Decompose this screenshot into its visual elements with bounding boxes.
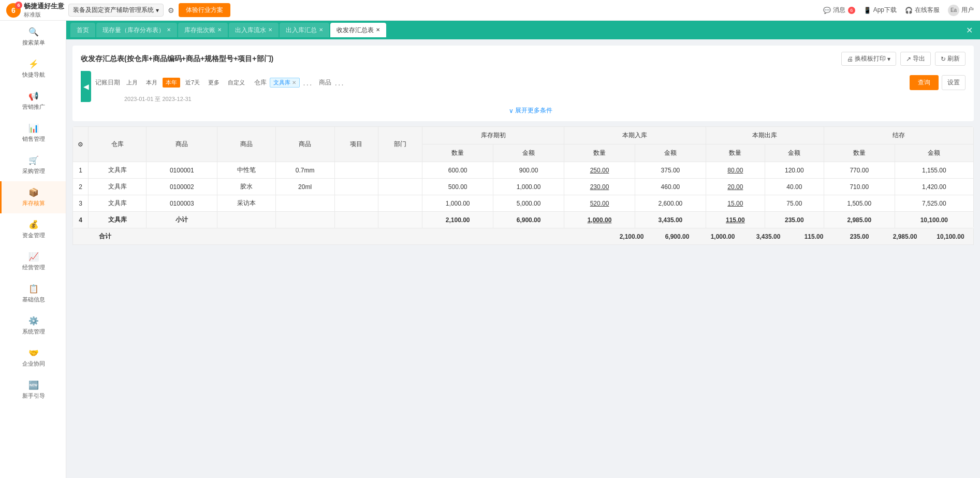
- app-download-btn[interactable]: 📱 App下载: [864, 6, 897, 15]
- row-in-qty[interactable]: 230.00: [564, 179, 635, 195]
- layout: 🔍 搜索菜单 ⚡ 快捷导航 📢 营销推广 📊 销售管理 🛒 采购管理 📦 库存核…: [0, 21, 980, 478]
- row-out-amt: 40.00: [765, 179, 824, 195]
- sidebar-item-enterprise[interactable]: 🤝 企业协同: [0, 342, 66, 374]
- sidebar-item-sales[interactable]: 📊 销售管理: [0, 117, 66, 149]
- query-button[interactable]: 查询: [910, 75, 939, 90]
- row-out-qty[interactable]: 80.00: [706, 162, 765, 179]
- date-range-text: 2023-01-01 至 2023-12-31: [124, 96, 192, 102]
- row-out-qty[interactable]: 20.00: [706, 179, 765, 195]
- close-all-icon[interactable]: ✕: [963, 25, 976, 36]
- date-filter-section: 记账日期 上月 本月 本年 近7天 更多 自定义: [95, 78, 248, 88]
- row-code: 0100003: [147, 195, 217, 212]
- online-service-btn[interactable]: 🎧 在线客服: [905, 6, 940, 15]
- sidebar-item-finance[interactable]: 💰 资金管理: [0, 213, 66, 245]
- sidebar-item-search[interactable]: 🔍 搜索菜单: [0, 21, 66, 53]
- warehouse-tag[interactable]: 文具库 ✕: [270, 78, 300, 88]
- row-no: 1: [73, 162, 89, 179]
- print-button[interactable]: 🖨 换模板打印 ▾: [841, 52, 896, 66]
- close-icon[interactable]: ✕: [268, 27, 272, 33]
- row-project: [334, 195, 378, 212]
- tab-receive-dispatch[interactable]: 收发存汇总表 ✕: [330, 23, 386, 37]
- close-icon[interactable]: ✕: [217, 27, 222, 33]
- total-cl-amt: 10,100.00: [928, 233, 973, 240]
- tab-bar: 首页 现存量（库存分布表） ✕ 库存批次账 ✕ 出入库流水 ✕ 出入库汇总 ✕ …: [66, 21, 980, 39]
- gear-icon[interactable]: ⚙: [168, 6, 174, 15]
- th-project: 项目: [334, 127, 378, 162]
- collapse-button[interactable]: ◀: [81, 71, 91, 102]
- row-in-qty[interactable]: 250.00: [564, 162, 635, 179]
- expand-more-conditions[interactable]: ∨ 展开更多条件: [509, 106, 552, 115]
- avatar: Ea: [948, 5, 959, 16]
- th-settings[interactable]: ⚙: [73, 127, 89, 162]
- close-icon[interactable]: ✕: [376, 27, 380, 33]
- row-cl-qty: 710.00: [824, 179, 895, 195]
- sidebar-item-label: 经营管理: [22, 264, 45, 271]
- sidebar-item-inventory[interactable]: 📦 库存核算: [0, 181, 66, 213]
- date-btn-more[interactable]: 更多: [205, 78, 223, 88]
- filter-area: ◀ 记账日期 上月 本月 本年 近7天 更多: [81, 71, 966, 115]
- app-name-tag: 标准版: [24, 11, 64, 19]
- filter-settings-button[interactable]: 设置: [942, 75, 966, 90]
- tab-flow[interactable]: 出入库流水 ✕: [229, 23, 279, 37]
- lightning-icon: ⚡: [28, 59, 39, 69]
- date-btn-last-month[interactable]: 上月: [123, 78, 141, 88]
- date-btn-this-year[interactable]: 本年: [163, 78, 180, 88]
- app-download-label: App下载: [873, 6, 897, 15]
- sidebar-item-marketing[interactable]: 📢 营销推广: [0, 85, 66, 117]
- th-in-qty: 数量: [564, 144, 635, 162]
- sidebar-item-guide[interactable]: 🆕 新手引导: [0, 374, 66, 406]
- date-btn-custom[interactable]: 自定义: [225, 78, 248, 88]
- gear2-icon: ⚙️: [28, 316, 39, 326]
- page-title: 收发存汇总表(按仓库+商品编码+商品+规格型号+项目+部门): [81, 54, 273, 64]
- subtotal-empty4: [378, 212, 422, 228]
- th-in-amt: 金额: [635, 144, 706, 162]
- row-out-qty[interactable]: 15.00: [706, 195, 765, 212]
- total-label: 合计: [90, 232, 121, 241]
- date-btn-7days[interactable]: 近7天: [182, 78, 203, 88]
- sidebar-item-label: 快捷导航: [22, 71, 45, 79]
- th-op-qty: 数量: [422, 144, 493, 162]
- remove-warehouse-icon[interactable]: ✕: [292, 80, 296, 85]
- sidebar-item-system[interactable]: ⚙️ 系统管理: [0, 310, 66, 342]
- close-icon[interactable]: ✕: [319, 27, 323, 33]
- export-button[interactable]: ↗ 导出: [900, 52, 931, 66]
- date-btn-this-month[interactable]: 本月: [143, 78, 160, 88]
- row-name: 中性笔: [217, 162, 275, 179]
- subtotal-in-qty[interactable]: 1,000.00: [564, 212, 635, 228]
- row-op-qty: 600.00: [422, 162, 493, 179]
- filter-main: 记账日期 上月 本月 本年 近7天 更多 自定义: [95, 71, 966, 115]
- table-row: 3 文具库 0100003 采访本 1,000.00 5,000.00 520.…: [73, 195, 974, 212]
- product-more-btn[interactable]: ...: [334, 78, 344, 88]
- system-selector[interactable]: 装备及固定资产辅助管理系统 ▾: [68, 4, 164, 17]
- subtotal-op-amt: 6,900.00: [493, 212, 564, 228]
- sidebar-item-purchase[interactable]: 🛒 采购管理: [0, 149, 66, 181]
- user-btn[interactable]: Ea 用户: [948, 5, 974, 16]
- data-table-container: ⚙ 仓库 商品 商品 商品 项目 部门 库存期初 本期入库 本期出库 结存: [72, 126, 974, 228]
- sidebar-item-quick-nav[interactable]: ⚡ 快捷导航: [0, 53, 66, 85]
- sidebar-item-label: 企业协同: [22, 360, 45, 368]
- tab-batch[interactable]: 库存批次账 ✕: [178, 23, 228, 37]
- tab-summary[interactable]: 出入库汇总 ✕: [280, 23, 329, 37]
- th-product-code: 商品: [147, 127, 217, 162]
- date-buttons: 上月 本月 本年 近7天 更多 自定义: [123, 78, 248, 88]
- th-product-name: 商品: [217, 127, 275, 162]
- refresh-button[interactable]: ↻ 刷新: [935, 52, 966, 66]
- title-card: 收发存汇总表(按仓库+商品编码+商品+规格型号+项目+部门) 🖨 换模板打印 ▾…: [72, 46, 974, 121]
- clipboard-icon: 📋: [28, 284, 39, 294]
- sidebar-item-operations[interactable]: 📈 经营管理: [0, 245, 66, 278]
- sidebar-item-label: 销售管理: [22, 135, 45, 143]
- subtotal-out-qty[interactable]: 115.00: [706, 212, 765, 228]
- th-opening-group: 库存期初: [422, 127, 564, 144]
- tab-home[interactable]: 首页: [70, 23, 95, 37]
- message-btn[interactable]: 💬 消息 6: [823, 6, 855, 15]
- row-no: 3: [73, 195, 89, 212]
- sidebar-item-basic-info[interactable]: 📋 基础信息: [0, 278, 66, 310]
- header-left: 6 6 畅捷通好生意 标准版 装备及固定资产辅助管理系统 ▾ ⚙ 体验行业方案: [6, 2, 230, 19]
- trial-button[interactable]: 体验行业方案: [179, 3, 230, 17]
- close-icon[interactable]: ✕: [167, 27, 171, 33]
- tab-inventory-dist[interactable]: 现存量（库存分布表） ✕: [96, 23, 177, 37]
- megaphone-icon: 📢: [28, 91, 39, 101]
- cart-icon: 🛒: [28, 155, 39, 165]
- warehouse-more-btn[interactable]: ...: [303, 78, 313, 88]
- row-in-qty[interactable]: 520.00: [564, 195, 635, 212]
